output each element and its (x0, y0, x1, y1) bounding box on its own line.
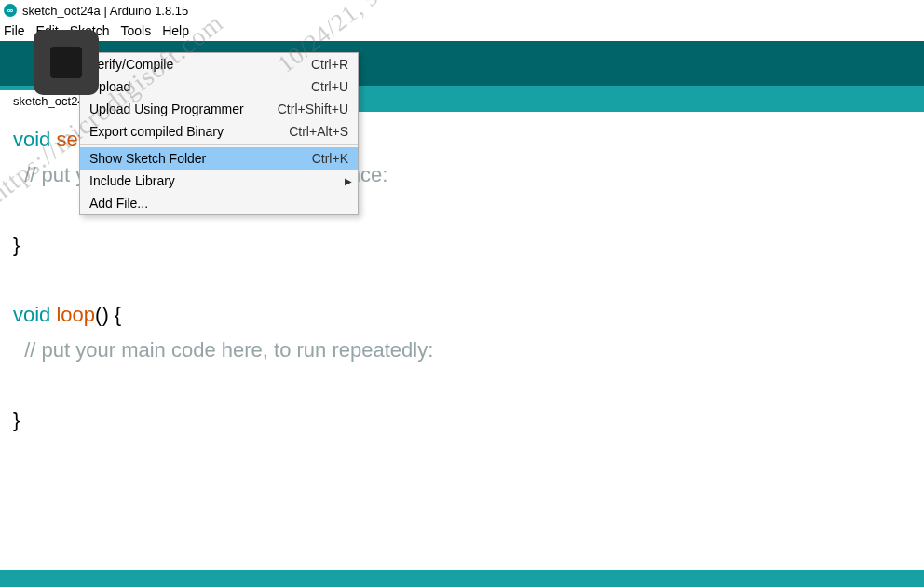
menu-separator (80, 144, 358, 145)
code-text: () { (95, 303, 121, 326)
menu-help[interactable]: Help (162, 23, 189, 38)
menu-item-shortcut: Ctrl+K (312, 151, 348, 166)
menu-upload-using-programmer[interactable]: Upload Using Programmer Ctrl+Shift+U (80, 98, 358, 120)
window-title: sketch_oct24a | Arduino 1.8.15 (22, 4, 188, 18)
menu-item-shortcut: Ctrl+U (311, 79, 348, 94)
menu-export-compiled-binary[interactable]: Export compiled Binary Ctrl+Alt+S (80, 120, 358, 143)
function-name: loop (56, 303, 95, 326)
menu-bar: File Edit Sketch Tools Help (0, 20, 924, 41)
menu-item-label: Show Sketch Folder (89, 151, 312, 166)
menu-edit[interactable]: Edit (36, 23, 59, 38)
menu-sketch[interactable]: Sketch (70, 23, 110, 38)
menu-include-library[interactable]: Include Library ▶ (80, 170, 358, 192)
menu-item-label: Verify/Compile (89, 57, 311, 72)
status-bar (0, 570, 924, 587)
comment: // put your main code here, to run repea… (13, 338, 433, 362)
arduino-icon (4, 4, 17, 17)
sketch-dropdown: Verify/Compile Ctrl+R Upload Ctrl+U Uplo… (79, 52, 359, 215)
title-bar: sketch_oct24a | Arduino 1.8.15 (0, 0, 924, 20)
menu-file[interactable]: File (4, 23, 25, 38)
menu-show-sketch-folder[interactable]: Show Sketch Folder Ctrl+K (80, 147, 358, 170)
code-text: } (13, 233, 20, 256)
menu-item-shortcut: Ctrl+Alt+S (289, 124, 348, 139)
menu-item-label: Upload Using Programmer (89, 102, 278, 116)
keyword: void (13, 128, 50, 151)
menu-add-file[interactable]: Add File... (80, 192, 358, 214)
menu-item-label: Upload (89, 79, 311, 94)
menu-upload[interactable]: Upload Ctrl+U (80, 75, 358, 98)
keyword: void (13, 303, 50, 326)
menu-item-shortcut: Ctrl+R (311, 57, 348, 72)
menu-item-label: Add File... (89, 196, 348, 211)
menu-item-shortcut: Ctrl+Shift+U (278, 102, 348, 116)
code-text: } (13, 408, 20, 431)
menu-tools[interactable]: Tools (121, 23, 152, 38)
menu-item-label: Include Library (89, 173, 348, 188)
menu-item-label: Export compiled Binary (89, 124, 289, 139)
menu-verify-compile[interactable]: Verify/Compile Ctrl+R (80, 53, 358, 75)
submenu-arrow-icon: ▶ (345, 176, 352, 186)
